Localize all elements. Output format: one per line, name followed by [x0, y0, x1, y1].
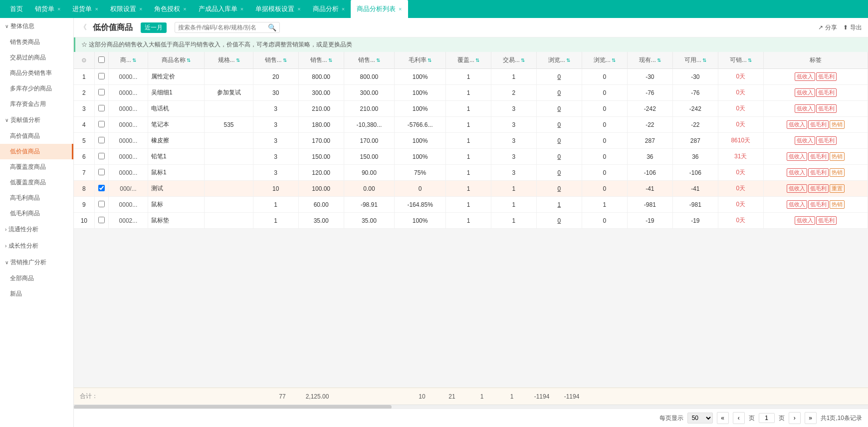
footer-cell-11: 1: [467, 393, 497, 400]
prev-page-button[interactable]: ‹: [733, 412, 745, 424]
row-available: -30: [672, 69, 718, 85]
export-button[interactable]: ⬆ 导出: [843, 23, 862, 32]
row-current: -76: [627, 85, 672, 101]
row-spec: [205, 181, 253, 197]
close-icon[interactable]: ×: [139, 6, 142, 12]
page-label2: 页: [779, 414, 785, 423]
nav-item-销货单[interactable]: 销货单×: [29, 0, 66, 18]
sidebar-item-商品分类销售率[interactable]: 商品分类销售率: [0, 65, 73, 81]
sidebar-item-新品[interactable]: 新品: [0, 286, 73, 302]
last-page-button[interactable]: »: [805, 412, 817, 424]
sidebar-section-贡献值分析[interactable]: ∨贡献值分析: [0, 112, 73, 128]
nav-item-首页[interactable]: 首页: [4, 0, 29, 18]
nav-item-权限设置[interactable]: 权限设置×: [104, 0, 148, 18]
nav-item-进货单[interactable]: 进货单×: [66, 0, 104, 18]
row-checkbox[interactable]: [98, 153, 105, 159]
next-page-button[interactable]: ›: [789, 412, 801, 424]
col-header-saleable[interactable]: 可销...⇅: [718, 52, 763, 69]
col-header-trade[interactable]: 交易...⇅: [491, 52, 536, 69]
search-icon: 🔍: [268, 23, 276, 31]
share-button[interactable]: ↗ 分享: [818, 23, 837, 32]
col-header-grossRate[interactable]: 毛利率⇅: [395, 52, 446, 69]
row-tags: 低收入低毛利热销: [763, 117, 868, 133]
col-header-spec[interactable]: 规格...⇅: [205, 52, 253, 69]
row-checkbox[interactable]: [98, 73, 105, 79]
close-icon[interactable]: ×: [399, 6, 402, 12]
settings-icon[interactable]: ⚙: [81, 57, 87, 64]
first-page-button[interactable]: «: [717, 412, 729, 424]
col-header-saleQty[interactable]: 销售...⇅: [253, 52, 298, 69]
sidebar-item-库存资金占用[interactable]: 库存资金占用: [0, 96, 73, 112]
close-icon[interactable]: ×: [240, 6, 243, 12]
sidebar-section-成长性分析[interactable]: ›成长性分析: [0, 238, 73, 254]
col-header-current[interactable]: 现有...⇅: [627, 52, 672, 69]
sidebar-section-整体信息[interactable]: ∨整体信息: [0, 18, 73, 34]
page-input[interactable]: [759, 413, 775, 423]
row-checkbox[interactable]: [98, 169, 105, 175]
close-icon[interactable]: ×: [342, 6, 345, 12]
tag: 低收入: [795, 216, 815, 225]
close-icon[interactable]: ×: [95, 6, 98, 12]
nav-item-角色授权[interactable]: 角色授权×: [148, 0, 192, 18]
search-input[interactable]: [178, 24, 268, 31]
sidebar-item-多库存少的商品[interactable]: 多库存少的商品: [0, 81, 73, 96]
col-header-browse1[interactable]: 浏览...⇅: [536, 52, 582, 69]
row-name: 铅笔1: [148, 149, 205, 165]
row-spec: [205, 133, 253, 149]
close-icon[interactable]: ×: [57, 6, 60, 12]
nav-item-产成品入库单[interactable]: 产成品入库单×: [193, 0, 249, 18]
close-icon[interactable]: ×: [297, 6, 300, 12]
share-icon: ↗: [818, 24, 823, 31]
sidebar-item-低价值商品[interactable]: 低价值商品: [0, 144, 73, 159]
sidebar-item-高覆盖度商品[interactable]: 高覆盖度商品: [0, 159, 73, 175]
sidebar-item-销售类商品[interactable]: 销售类商品: [0, 34, 73, 50]
row-code: 0000...: [108, 101, 148, 117]
col-header-saleAmt2[interactable]: 销售...⇅: [344, 52, 395, 69]
row-browse2: 0: [582, 213, 627, 229]
sidebar-item-交易过的商品[interactable]: 交易过的商品: [0, 50, 73, 65]
sidebar-section-营销推广分析[interactable]: ∨营销推广分析: [0, 254, 73, 271]
tag: 低收入: [795, 136, 815, 145]
col-header-browse2[interactable]: 浏览...⇅: [582, 52, 627, 69]
tag: 低收入: [787, 120, 807, 129]
nav-item-商品分析[interactable]: 商品分析×: [307, 0, 351, 18]
row-sale-amt2: 210.00: [344, 101, 395, 117]
row-browse2: 0: [582, 181, 627, 197]
row-checkbox-cell: [94, 85, 108, 101]
sidebar-item-高毛利商品[interactable]: 高毛利商品: [0, 190, 73, 206]
row-checkbox[interactable]: [98, 201, 105, 207]
time-filter-button[interactable]: 近一月: [141, 22, 167, 33]
col-header-name[interactable]: 商品名称⇅: [148, 52, 205, 69]
chevron-icon: ›: [5, 227, 6, 232]
close-icon[interactable]: ×: [183, 6, 186, 12]
sidebar-item-高价值商品[interactable]: 高价值商品: [0, 128, 73, 144]
col-header-coverage[interactable]: 覆盖...⇅: [445, 52, 491, 69]
sidebar-item-低覆盖度商品[interactable]: 低覆盖度商品: [0, 175, 73, 190]
col-header-available[interactable]: 可用...⇅: [672, 52, 718, 69]
row-sale-amt: 35.00: [298, 213, 344, 229]
row-checkbox[interactable]: [98, 137, 105, 143]
scrollbar[interactable]: [74, 405, 868, 409]
row-trade: 3: [491, 117, 536, 133]
sidebar-section-流通性分析[interactable]: ›流通性分析: [0, 221, 73, 238]
collapse-button[interactable]: 《: [80, 23, 87, 32]
nav-item-单据模板设置[interactable]: 单据模板设置×: [249, 0, 306, 18]
sort-icon: ⇅: [612, 57, 616, 63]
row-checkbox[interactable]: [98, 121, 105, 127]
row-checkbox[interactable]: [98, 217, 105, 223]
nav-item-商品分析列表[interactable]: 商品分析列表×: [351, 0, 408, 18]
sort-icon: ⇅: [475, 57, 479, 63]
row-checkbox[interactable]: [98, 105, 105, 111]
sidebar-item-低毛利商品[interactable]: 低毛利商品: [0, 206, 73, 221]
table-wrapper[interactable]: ⚙商...⇅商品名称⇅规格...⇅销售...⇅销售...⇅销售...⇅毛利率⇅覆…: [74, 52, 868, 388]
per-page-select[interactable]: 50 100 200: [687, 413, 713, 424]
sidebar-item-全部商品[interactable]: 全部商品: [0, 271, 73, 286]
select-all-checkbox[interactable]: [98, 56, 105, 63]
row-checkbox[interactable]: [98, 185, 105, 191]
row-browse1: 0: [536, 69, 582, 85]
row-available: 287: [672, 133, 718, 149]
col-header-saleAmt[interactable]: 销售...⇅: [298, 52, 344, 69]
row-checkbox-cell: [94, 117, 108, 133]
col-header-code[interactable]: 商...⇅: [108, 52, 148, 69]
row-checkbox[interactable]: [98, 89, 105, 95]
